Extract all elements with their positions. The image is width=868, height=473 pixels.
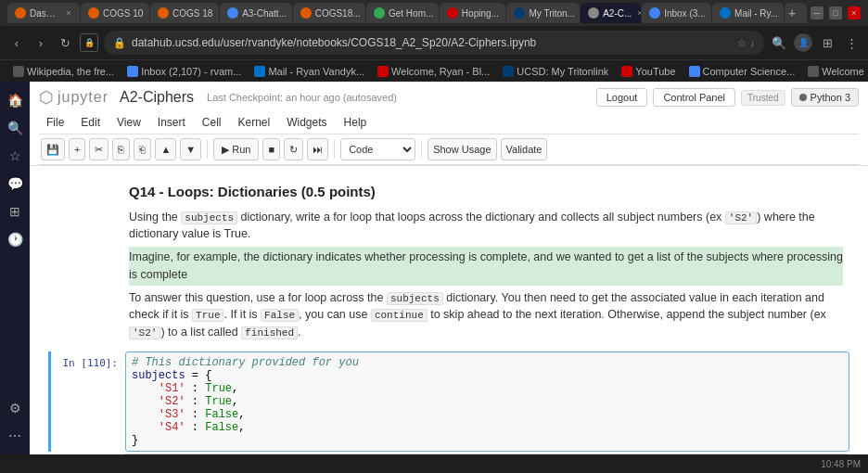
bookmark-welcome[interactable]: Welcome — [802, 62, 868, 81]
tab-mail[interactable]: Mail - Ry... × — [712, 3, 784, 23]
tab-triton[interactable]: My Triton... × — [506, 3, 580, 23]
code-bool: False — [205, 421, 238, 434]
close-button[interactable]: × — [848, 6, 861, 19]
notebook-body[interactable]: Q14 - Loops: Dictionaries (0.5 points) U… — [30, 166, 868, 454]
code-content-110[interactable]: # This dictionary provided for you subje… — [125, 352, 849, 452]
tab-a3chat[interactable]: A3-Chatt... × — [220, 3, 291, 23]
tab-gethom[interactable]: Get Hom... × — [366, 3, 439, 23]
menu-button[interactable]: ⋮ — [842, 33, 861, 52]
navigation-bar: ‹ › ↻ 🔒 🔒 datahub.ucsd.edu/user/rvandyke… — [0, 26, 868, 59]
validate-button[interactable]: Validate — [501, 138, 548, 160]
extensions-button[interactable]: ⊞ — [818, 33, 836, 52]
menu-help[interactable]: Help — [337, 113, 375, 132]
content-area: 🏠 🔍 ☆ 💬 ⊞ 🕐 ⚙ ⋯ ⬡ jupyter A2-Ciphers Las… — [0, 82, 868, 454]
menu-view[interactable]: View — [109, 113, 148, 132]
close-icon[interactable]: × — [218, 7, 219, 19]
bookmark-welcome-bl[interactable]: Welcome, Ryan - Bl... — [372, 62, 495, 81]
code-var: subjects — [132, 369, 185, 382]
cell-type-select[interactable]: Code Markdown Raw — [340, 138, 415, 160]
python-dot — [799, 94, 807, 101]
sidebar-home-icon[interactable]: 🏠 — [4, 89, 26, 111]
close-icon[interactable]: × — [65, 7, 72, 19]
stop-button[interactable]: ■ — [262, 138, 280, 160]
maximize-button[interactable]: □ — [829, 6, 842, 19]
refresh-button[interactable]: ↻ — [56, 33, 74, 52]
toolbar: 💾 + ✂ ⎘ ⎗ ▲ ▼ ▶ Run ■ ↻ ⏭ Code Markdown — [39, 134, 859, 165]
bookmark-favicon — [689, 66, 700, 77]
bookmark-favicon — [377, 66, 389, 77]
code-line: 'S4' : False, — [132, 421, 843, 434]
address-text: datahub.ucsd.edu/user/rvandyke/notebooks… — [132, 36, 732, 49]
tab-hoping[interactable]: Hoping... × — [440, 3, 506, 23]
cut-cell-button[interactable]: ✂ — [89, 138, 108, 160]
close-icon[interactable]: × — [637, 7, 641, 19]
tab-cogs18b[interactable]: COGS18... × — [293, 3, 365, 23]
forward-button[interactable]: › — [32, 33, 50, 52]
python-badge: Python 3 — [791, 88, 859, 107]
tab-a2c[interactable]: A2-C... × — [581, 3, 641, 23]
restart-button[interactable]: ↻ — [284, 138, 303, 160]
bookmark-cs[interactable]: Computer Science... — [683, 62, 801, 81]
markdown-content-q14: Q14 - Loops: Dictionaries (0.5 points) U… — [122, 177, 849, 350]
menu-widgets[interactable]: Widgets — [279, 113, 334, 132]
search-button[interactable]: 🔍 — [770, 33, 788, 52]
bookmark-label: UCSD: My Tritonlink — [517, 66, 608, 77]
tab-cogs10[interactable]: COGS 10 × — [81, 3, 149, 23]
jupyter-area: ⬡ jupyter A2-Ciphers Last Checkpoint: an… — [30, 82, 868, 454]
profile-button[interactable]: 👤 — [794, 33, 812, 52]
tab-dashboard[interactable]: Dashboa... × — [7, 3, 80, 23]
code-string: 'S4' — [159, 421, 185, 434]
menu-kernel[interactable]: Kernel — [231, 113, 278, 132]
restart-run-button[interactable]: ⏭ — [307, 138, 328, 160]
sidebar-more-icon[interactable]: ⋯ — [4, 425, 26, 447]
tab-cogs18[interactable]: COGS 18 × — [150, 3, 219, 23]
bookmark-inbox[interactable]: Inbox (2,107) - rvam... — [121, 62, 247, 81]
star-icon[interactable]: ☆ — [737, 37, 747, 49]
trusted-badge: Trusted — [741, 90, 785, 106]
bookmark-label: YouTube — [635, 66, 675, 77]
back-button[interactable]: ‹ — [7, 33, 26, 52]
move-up-button[interactable]: ▲ — [155, 138, 176, 160]
close-icon[interactable]: × — [711, 7, 712, 19]
bookmark-mail[interactable]: Mail - Ryan Vandyk... — [249, 62, 370, 81]
menu-insert[interactable]: Insert — [150, 113, 193, 132]
sidebar-workspaces-icon[interactable]: ⊞ — [4, 200, 26, 223]
q14-line2: Imagine, for example, the dictionary ind… — [129, 247, 843, 286]
inline-code-subjects2: subjects — [387, 292, 443, 305]
download-icon[interactable]: ↓ — [750, 37, 756, 49]
sidebar-search-icon[interactable]: 🔍 — [4, 117, 26, 139]
sidebar-settings-icon[interactable]: ⚙ — [4, 397, 26, 419]
close-icon[interactable]: × — [148, 7, 149, 19]
move-down-button[interactable]: ▼ — [180, 138, 201, 160]
sidebar-history-icon[interactable]: 🕐 — [4, 228, 26, 250]
bookmark-label: Mail - Ryan Vandyk... — [268, 66, 364, 77]
run-button[interactable]: ▶ Run — [213, 138, 259, 160]
q14-line3: To answer this question, use a for loop … — [129, 289, 843, 341]
code-string: 'S3' — [159, 408, 185, 421]
sidebar-messenger-icon[interactable]: 💬 — [4, 173, 26, 195]
show-usage-button[interactable]: Show Usage — [428, 138, 496, 160]
new-tab-button[interactable]: + — [785, 3, 807, 23]
save-button[interactable]: 💾 — [41, 138, 65, 160]
paste-cell-button[interactable]: ⎗ — [134, 138, 151, 160]
address-bar[interactable]: 🔒 datahub.ucsd.edu/user/rvandyke/noteboo… — [104, 31, 764, 55]
address-icons: ☆ ↓ — [737, 37, 756, 49]
tab-inbox[interactable]: Inbox (3... × — [642, 3, 711, 23]
notebook-name: A2-Ciphers — [120, 89, 194, 106]
bookmarks-bar: Wikipedia, the fre... Inbox (2,107) - rv… — [0, 59, 868, 82]
menu-file[interactable]: File — [39, 113, 71, 132]
code-bool: False — [205, 408, 238, 421]
close-icon[interactable]: × — [504, 7, 506, 19]
bookmark-favicon — [254, 66, 265, 77]
sidebar-bookmarks-icon[interactable]: ☆ — [4, 145, 26, 167]
bookmark-youtube[interactable]: YouTube — [616, 62, 681, 81]
add-cell-button[interactable]: + — [69, 138, 85, 160]
control-panel-button[interactable]: Control Panel — [653, 88, 735, 107]
logout-button[interactable]: Logout — [596, 88, 648, 107]
minimize-button[interactable]: ─ — [811, 6, 823, 19]
bookmark-tritonlink[interactable]: UCSD: My Tritonlink — [497, 62, 614, 81]
menu-edit[interactable]: Edit — [73, 113, 108, 132]
copy-cell-button[interactable]: ⎘ — [112, 138, 130, 160]
menu-cell[interactable]: Cell — [195, 113, 229, 132]
bookmark-wikipedia[interactable]: Wikipedia, the fre... — [7, 62, 120, 81]
